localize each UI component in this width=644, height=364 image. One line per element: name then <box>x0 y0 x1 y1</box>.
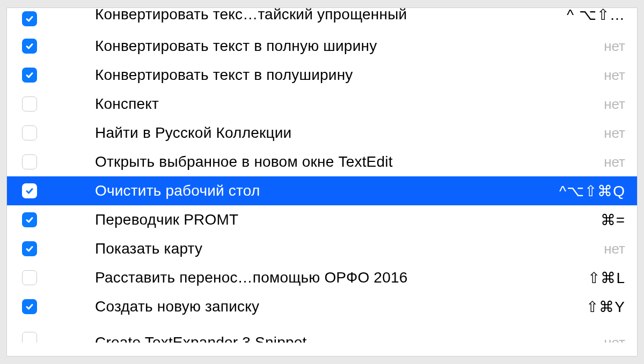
item-shortcut[interactable]: нет <box>604 67 625 84</box>
item-label: Создать новую записку <box>95 298 579 315</box>
item-label: Расставить перенос…помощью ОРФО 2016 <box>95 269 580 286</box>
checkbox[interactable] <box>22 270 37 285</box>
check-icon <box>25 187 34 195</box>
list-item[interactable]: Показать картунет <box>7 234 637 263</box>
check-icon <box>25 71 34 79</box>
list-item[interactable]: Очистить рабочий стол^⌥⇧⌘Q <box>7 176 637 205</box>
item-shortcut[interactable]: ^ ⌥⇧… <box>567 8 625 24</box>
checkbox[interactable] <box>22 241 37 256</box>
services-list: Конвертировать текс…тайский упрощенный^ … <box>7 8 637 343</box>
item-shortcut[interactable]: ^⌥⇧⌘Q <box>559 182 625 200</box>
item-shortcut[interactable]: нет <box>604 154 625 170</box>
list-item[interactable]: Конвертировать текст в полуширинунет <box>7 61 637 90</box>
check-icon <box>25 244 34 253</box>
check-icon <box>25 216 34 224</box>
item-shortcut[interactable]: нет <box>604 335 625 343</box>
list-item[interactable]: Создать новую записку⇧⌘Y <box>7 292 637 321</box>
list-item[interactable]: Конвертировать текст в полную ширинунет <box>7 32 637 61</box>
checkbox[interactable] <box>22 299 37 314</box>
item-shortcut[interactable]: нет <box>604 38 625 55</box>
item-label: Конвертировать текст в полную ширину <box>95 38 596 55</box>
checkbox[interactable] <box>22 96 37 112</box>
item-label: Create TextExpander 3 Snippet <box>95 334 596 343</box>
checkbox[interactable] <box>22 39 37 54</box>
item-label: Открыть выбранное в новом окне TextEdit <box>95 153 596 170</box>
services-list-panel: Конвертировать текс…тайский упрощенный^ … <box>6 8 638 356</box>
item-label: Переводчик PROMT <box>95 211 593 228</box>
item-label: Показать карту <box>95 240 596 257</box>
checkbox[interactable] <box>22 125 37 140</box>
checkbox[interactable] <box>22 183 37 198</box>
checkbox[interactable] <box>22 11 37 26</box>
item-shortcut[interactable]: нет <box>604 241 625 257</box>
item-shortcut[interactable]: ⇧⌘Y <box>586 298 625 316</box>
item-shortcut[interactable]: нет <box>604 96 625 113</box>
item-label: Конвертировать текст в полуширину <box>95 66 596 84</box>
check-icon <box>25 302 34 311</box>
checkbox[interactable] <box>22 68 37 83</box>
item-label: Найти в Русской Коллекции <box>95 124 596 142</box>
list-item[interactable]: Открыть выбранное в новом окне TextEditн… <box>7 147 637 176</box>
item-shortcut[interactable]: ⌘= <box>601 211 625 229</box>
check-icon <box>25 14 34 23</box>
list-item[interactable]: Расставить перенос…помощью ОРФО 2016⇧⌘L <box>7 263 637 292</box>
item-label: Конспект <box>95 95 596 113</box>
item-label: Очистить рабочий стол <box>95 182 552 199</box>
list-item[interactable]: Конвертировать текс…тайский упрощенный^ … <box>7 8 637 32</box>
checkbox[interactable] <box>22 332 37 343</box>
list-item[interactable]: Create TextExpander 3 Snippetнет <box>7 321 637 343</box>
checkbox[interactable] <box>22 154 37 169</box>
item-label: Конвертировать текс…тайский упрощенный <box>95 8 559 23</box>
check-icon <box>25 42 34 50</box>
item-shortcut[interactable]: нет <box>604 125 625 142</box>
list-item[interactable]: Найти в Русской Коллекциинет <box>7 118 637 147</box>
item-shortcut[interactable]: ⇧⌘L <box>588 269 625 287</box>
list-item[interactable]: Конспектнет <box>7 90 637 118</box>
list-item[interactable]: Переводчик PROMT⌘= <box>7 205 637 234</box>
checkbox[interactable] <box>22 212 37 227</box>
